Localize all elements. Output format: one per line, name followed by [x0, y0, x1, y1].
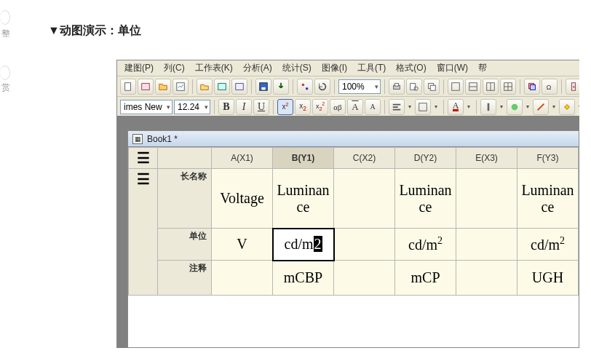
new-project-button[interactable] — [120, 79, 136, 95]
menu-format[interactable]: 格式(O) — [396, 62, 426, 74]
superscript-button[interactable]: x2 — [277, 99, 293, 115]
cell-comments-b[interactable]: mCBP — [273, 261, 334, 296]
col-header-a[interactable]: A(X1) — [212, 148, 273, 169]
tool-a-dropdown[interactable]: ▾ — [524, 99, 531, 115]
new-matrix-button[interactable] — [231, 79, 247, 95]
menu-plot[interactable]: 建图(P) — [124, 62, 154, 74]
menu-worksheet[interactable]: 工作表(K) — [195, 62, 233, 74]
recalc-button[interactable] — [314, 79, 330, 95]
new-folder-button[interactable] — [155, 79, 171, 95]
window-3-button[interactable] — [483, 79, 499, 95]
worksheet-grid[interactable]: ☰ A(X1) B(Y1) C(X2) D(Y2) E(X3) F(Y3) ☰ … — [128, 147, 579, 296]
print-preview-button[interactable] — [406, 79, 422, 95]
new-graph-button[interactable] — [172, 79, 189, 95]
svg-rect-28 — [419, 103, 427, 111]
line-style-button[interactable] — [480, 99, 496, 115]
col-header-f[interactable]: F(Y3) — [517, 148, 579, 169]
workbook-window[interactable]: ▦ Book1 * ☰ A(X1) B(Y1) C(X2) D(Y2) E(X3… — [127, 130, 579, 348]
fill-color-button[interactable] — [559, 99, 575, 115]
symbol-map-button[interactable]: Ω — [542, 79, 558, 95]
menu-statistics[interactable]: 统计(S) — [282, 62, 312, 74]
increase-font-button[interactable]: A — [347, 99, 363, 115]
font-color-dropdown[interactable]: ▾ — [465, 99, 472, 115]
menu-column[interactable]: 列(C) — [164, 62, 185, 74]
underline-button[interactable]: U — [253, 99, 269, 115]
cell-comments-f[interactable]: UGH — [517, 261, 579, 296]
cell-units-c[interactable] — [334, 229, 395, 261]
svg-point-8 — [306, 87, 309, 90]
svg-rect-24 — [530, 84, 535, 90]
separator — [293, 79, 293, 94]
cell-longname-c[interactable] — [334, 169, 395, 229]
decrease-font-button[interactable]: A — [365, 99, 381, 115]
separator — [443, 79, 444, 94]
svg-point-7 — [302, 83, 305, 86]
cell-units-d[interactable]: cd/m2 — [395, 229, 456, 261]
border-dropdown[interactable]: ▾ — [432, 99, 440, 115]
layers-button[interactable] — [524, 79, 540, 95]
batch-button[interactable] — [297, 79, 313, 95]
tool-a-button[interactable] — [507, 99, 523, 115]
cell-comments-e[interactable] — [456, 261, 517, 296]
new-workbook-button[interactable] — [138, 79, 154, 95]
menu-analysis[interactable]: 分析(A) — [243, 62, 272, 74]
new-excel-button[interactable] — [214, 79, 230, 95]
bold-button[interactable]: B — [218, 99, 234, 115]
duplicate-button[interactable] — [424, 79, 440, 95]
workbook-titlebar[interactable]: ▦ Book1 * — [128, 131, 579, 147]
grid-row-corner[interactable]: ☰ — [129, 169, 158, 296]
line-color-button[interactable] — [533, 99, 549, 115]
greek-button[interactable]: αβ — [330, 99, 346, 115]
supsub-button[interactable]: x22 — [312, 99, 328, 115]
collapse-triangle-icon[interactable]: ▼ — [48, 24, 60, 36]
save-button[interactable] — [255, 79, 271, 95]
zoom-combo[interactable]: 100% — [338, 79, 381, 94]
cell-comments-a[interactable] — [212, 261, 273, 296]
cell-longname-f[interactable]: Luminance — [517, 169, 579, 229]
window-4-button[interactable] — [500, 79, 516, 95]
cell-units-a[interactable]: V — [212, 229, 273, 261]
font-color-button[interactable]: A — [448, 99, 464, 115]
align-dropdown[interactable]: ▾ — [406, 99, 413, 115]
col-header-c[interactable]: C(X2) — [334, 148, 395, 169]
menu-help[interactable]: 帮 — [478, 62, 487, 74]
svg-rect-0 — [125, 82, 131, 90]
corner-icon: ☰ — [137, 150, 150, 166]
cell-longname-a[interactable]: Voltage — [212, 169, 273, 229]
cell-units-e[interactable] — [456, 229, 517, 261]
grid-corner[interactable]: ☰ — [129, 148, 158, 169]
line-style-dropdown[interactable]: ▾ — [498, 99, 505, 115]
add-column-button[interactable]: + — [566, 79, 579, 95]
svg-rect-4 — [236, 83, 244, 90]
fill-color-dropdown[interactable]: ▾ — [576, 99, 579, 115]
cell-units-b-editing[interactable]: cd/m2 — [273, 229, 334, 261]
col-header-b[interactable]: B(Y1) — [273, 148, 334, 169]
import-button[interactable] — [273, 79, 289, 95]
row-header-corner[interactable] — [158, 148, 212, 169]
font-combo[interactable]: imes New — [120, 100, 172, 114]
font-size-combo[interactable]: 12.24 — [174, 100, 210, 114]
align-left-button[interactable] — [389, 99, 405, 115]
cell-longname-b[interactable]: Luminance — [273, 169, 334, 229]
menu-image[interactable]: 图像(I) — [322, 62, 347, 74]
italic-button[interactable]: I — [236, 99, 252, 115]
subscript-button[interactable]: x2 — [295, 99, 311, 115]
line-color-dropdown[interactable]: ▾ — [550, 99, 558, 115]
window-2-button[interactable] — [465, 79, 481, 95]
row-label-comments[interactable]: 注释 — [158, 261, 212, 296]
cell-longname-e[interactable] — [456, 169, 517, 229]
cell-longname-d[interactable]: Luminance — [395, 169, 456, 229]
col-header-d[interactable]: D(Y2) — [395, 148, 456, 169]
menu-tools[interactable]: 工具(T) — [357, 62, 386, 74]
print-button[interactable] — [389, 79, 405, 95]
border-button[interactable] — [415, 99, 431, 115]
row-label-units[interactable]: 单位 — [158, 229, 212, 261]
window-1-button[interactable] — [448, 79, 464, 95]
row-label-longname[interactable]: 长名称 — [158, 169, 212, 229]
cell-units-f[interactable]: cd/m2 — [517, 229, 579, 261]
menu-window[interactable]: 窗口(W) — [437, 62, 468, 74]
cell-comments-d[interactable]: mCP — [395, 261, 456, 296]
cell-comments-c[interactable] — [334, 261, 395, 296]
open-button[interactable] — [197, 79, 213, 95]
col-header-e[interactable]: E(X3) — [456, 148, 517, 169]
